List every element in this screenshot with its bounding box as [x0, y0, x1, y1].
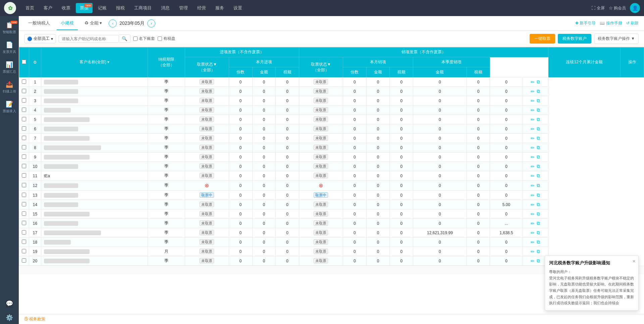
- row-checkbox[interactable]: [22, 258, 26, 263]
- copy-icon[interactable]: ⧉: [537, 126, 540, 132]
- row-checkbox-cell[interactable]: [19, 124, 29, 134]
- row-input-status[interactable]: 未取票: [185, 77, 229, 87]
- row-input-status[interactable]: 未取票: [185, 134, 229, 143]
- fullscreen-btn[interactable]: ⛶ 全屏: [591, 5, 604, 11]
- row-input-status[interactable]: 未取票: [185, 256, 229, 266]
- row-checkbox[interactable]: [22, 202, 26, 206]
- copy-icon[interactable]: ⧉: [537, 230, 540, 236]
- row-checkbox[interactable]: [22, 79, 26, 84]
- nav-service[interactable]: 服务: [211, 3, 228, 13]
- row-checkbox-cell[interactable]: [19, 256, 29, 266]
- copy-icon[interactable]: ⧉: [537, 249, 540, 254]
- copy-icon[interactable]: ⧉: [537, 173, 540, 179]
- edit-icon[interactable]: ✏: [531, 221, 535, 226]
- copy-icon[interactable]: ⧉: [537, 117, 540, 122]
- row-output-status[interactable]: 未取票: [299, 219, 343, 228]
- row-checkbox-cell[interactable]: [19, 228, 29, 238]
- row-checkbox-cell[interactable]: [19, 209, 29, 219]
- row-output-status[interactable]: 未取票: [299, 124, 343, 134]
- row-output-status[interactable]: 未取票: [299, 200, 343, 209]
- row-checkbox[interactable]: [22, 126, 26, 131]
- row-input-status[interactable]: 未取票: [185, 219, 229, 228]
- edit-icon[interactable]: ✏: [531, 79, 535, 85]
- row-checkbox[interactable]: [22, 108, 26, 112]
- row-input-status[interactable]: 未取票: [185, 162, 229, 171]
- nav-receive[interactable]: 收票: [58, 3, 74, 13]
- sidebar-item-config[interactable]: ⚙️: [0, 311, 19, 324]
- row-checkbox[interactable]: [22, 89, 26, 93]
- row-checkbox[interactable]: [22, 98, 26, 103]
- row-checkbox[interactable]: [22, 240, 26, 244]
- row-checkbox[interactable]: [22, 164, 26, 168]
- row-output-status[interactable]: 未取票: [299, 143, 343, 152]
- next-month-btn[interactable]: ›: [147, 19, 155, 27]
- row-checkbox-cell[interactable]: [19, 162, 29, 171]
- sidebar-item-scan[interactable]: 📤 扫描上传: [0, 78, 19, 96]
- row-checkbox[interactable]: [22, 183, 26, 187]
- row-output-status[interactable]: 未取票: [299, 96, 343, 106]
- row-checkbox-cell[interactable]: [19, 143, 29, 152]
- edit-icon[interactable]: ✏: [531, 173, 535, 179]
- row-checkbox[interactable]: [22, 136, 26, 140]
- copy-icon[interactable]: ⧉: [537, 135, 540, 141]
- select-all-checkbox[interactable]: [22, 60, 26, 64]
- edit-icon[interactable]: ✏: [531, 193, 535, 198]
- nav-business[interactable]: 工商项目: [130, 3, 156, 13]
- row-checkbox-cell[interactable]: [19, 134, 29, 143]
- guide-btn[interactable]: ✚ 新手引导: [575, 20, 596, 26]
- taxdisk-checkbox-label[interactable]: 有税盘: [158, 36, 175, 42]
- search-button[interactable]: 🔍: [119, 35, 130, 43]
- nav-tax[interactable]: 报税: [112, 3, 129, 13]
- row-output-status[interactable]: 未取票: [299, 209, 343, 219]
- row-output-status[interactable]: 未取票: [299, 134, 343, 143]
- tab-small[interactable]: 小规模: [57, 17, 78, 30]
- nav-settings[interactable]: 设置: [229, 3, 246, 13]
- row-input-status[interactable]: 未取票: [185, 106, 229, 115]
- row-output-status[interactable]: 未取票: [299, 171, 343, 181]
- edit-icon[interactable]: ✏: [531, 202, 535, 207]
- row-checkbox[interactable]: [22, 211, 26, 216]
- row-output-status[interactable]: 取票中: [299, 191, 343, 200]
- edit-icon[interactable]: ✏: [531, 154, 535, 160]
- row-input-status[interactable]: 未取票: [185, 124, 229, 134]
- prev-month-btn[interactable]: ‹: [109, 19, 117, 27]
- row-checkbox-cell[interactable]: [19, 96, 29, 106]
- row-output-status[interactable]: ⊗: [299, 181, 343, 191]
- copy-icon[interactable]: ⧉: [537, 154, 540, 160]
- nav-invoice[interactable]: 票据 new: [76, 3, 93, 13]
- sidebar-item-summary[interactable]: 📊 票据汇总: [0, 58, 19, 77]
- row-output-status[interactable]: 未取票: [299, 238, 343, 247]
- th-settings[interactable]: ⚙: [29, 47, 41, 77]
- row-input-status[interactable]: 取票中: [185, 191, 229, 200]
- copy-icon[interactable]: ⧉: [537, 88, 540, 94]
- copy-icon[interactable]: ⧉: [537, 164, 540, 169]
- row-input-status[interactable]: 未取票: [185, 209, 229, 219]
- row-checkbox-cell[interactable]: [19, 247, 29, 256]
- tab-general[interactable]: 一般纳税人: [24, 17, 54, 30]
- edit-icon[interactable]: ✏: [531, 89, 535, 94]
- nav-message[interactable]: 消息: [157, 3, 174, 13]
- th-checkbox[interactable]: [19, 47, 29, 77]
- row-output-status[interactable]: 未取票: [299, 106, 343, 115]
- nav-home[interactable]: 首页: [21, 3, 38, 13]
- sidebar-item-smart-fetch[interactable]: 📋 智能取票: [0, 19, 19, 37]
- edit-icon[interactable]: ✏: [531, 230, 535, 236]
- edit-icon[interactable]: ✏: [531, 98, 535, 104]
- row-output-status[interactable]: 未取票: [299, 247, 343, 256]
- tax-digital-button[interactable]: 税务数字账户: [558, 34, 591, 44]
- copy-icon[interactable]: ⧉: [537, 183, 540, 188]
- row-checkbox[interactable]: [22, 173, 26, 178]
- tab-all[interactable]: ♻ 全能 ▾: [80, 17, 106, 30]
- row-input-status[interactable]: 未取票: [185, 247, 229, 256]
- manual-btn[interactable]: 📖 操作手册: [600, 20, 622, 26]
- row-checkbox[interactable]: [22, 221, 26, 225]
- copy-icon[interactable]: ⧉: [537, 98, 540, 104]
- search-input[interactable]: [59, 35, 119, 43]
- copy-icon[interactable]: ⧉: [537, 107, 540, 113]
- one-key-fetch-button[interactable]: 一键取票: [530, 34, 555, 44]
- copy-icon[interactable]: ⧉: [537, 79, 540, 85]
- sidebar-item-chat[interactable]: 💬: [0, 297, 19, 310]
- copy-icon[interactable]: ⧉: [537, 239, 540, 245]
- edit-icon[interactable]: ✏: [531, 240, 535, 245]
- row-input-status[interactable]: 未取票: [185, 228, 229, 238]
